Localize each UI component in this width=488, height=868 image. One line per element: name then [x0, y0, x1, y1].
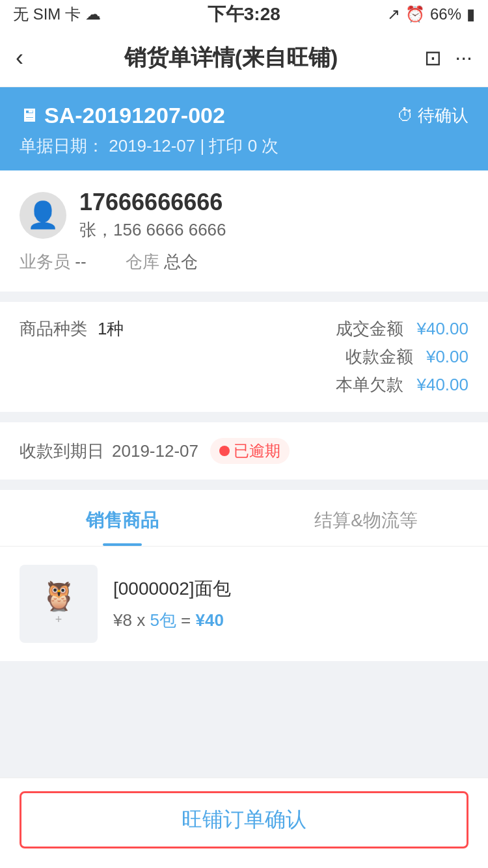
- received-amount-row: 收款金额 ¥0.00: [346, 346, 468, 368]
- due-date-label: 收款到期日: [20, 440, 104, 463]
- sim-wifi-label: 无 SIM 卡 ☁: [13, 4, 101, 25]
- sales-person: 业务员 --: [20, 251, 87, 273]
- product-info: [0000002]面包 ¥8 x 5包 = ¥40: [113, 576, 468, 632]
- avatar: 👤: [20, 192, 66, 239]
- order-date-row: 单据日期： 2019-12-07 | 打印 0 次: [20, 135, 468, 157]
- tab-settlement-logistics[interactable]: 结算&物流等: [244, 490, 488, 546]
- status-right: ↗ ⏰ 66% ▮: [387, 5, 475, 23]
- product-thumbnail: 🦉 +: [20, 565, 98, 643]
- product-type: 商品种类 1种: [20, 318, 124, 340]
- status-left: 无 SIM 卡 ☁: [13, 4, 101, 25]
- status-bar: 无 SIM 卡 ☁ 下午3:28 ↗ ⏰ 66% ▮: [0, 0, 488, 29]
- back-button[interactable]: ‹: [16, 44, 55, 72]
- tabs-row: 销售商品 结算&物流等: [0, 490, 488, 547]
- clock-icon: ⏱: [397, 105, 414, 126]
- amount-summary: 成交金额 ¥40.00 收款金额 ¥0.00 本单欠款 ¥40.00: [336, 318, 468, 396]
- product-item: 🦉 + [0000002]面包 ¥8 x 5包 = ¥40: [20, 565, 468, 643]
- customer-section: 👤 17666666666 张，156 6666 6666 业务员 -- 仓库 …: [0, 170, 488, 292]
- deal-amount: ¥40.00: [416, 319, 468, 339]
- product-qty: 5包: [150, 610, 176, 630]
- status-time: 下午3:28: [208, 2, 280, 27]
- location-icon: ↗: [387, 5, 400, 23]
- overdue-badge: 已逾期: [210, 438, 290, 464]
- multiply-sign: x: [137, 610, 150, 630]
- deal-amount-row: 成交金额 ¥40.00: [336, 318, 468, 340]
- avatar-icon: 👤: [27, 200, 59, 230]
- customer-name: 张，156 6666 6666: [79, 219, 226, 241]
- battery-icon: ▮: [467, 5, 475, 23]
- tab-sales-products[interactable]: 销售商品: [0, 490, 244, 546]
- more-button[interactable]: ···: [455, 46, 472, 70]
- confirm-order-button[interactable]: 旺铺订单确认: [20, 791, 468, 848]
- order-header: 🖥 SA-20191207-002 ⏱ 待确认 单据日期： 2019-12-07…: [0, 87, 488, 170]
- warehouse: 仓库 总仓: [126, 251, 198, 273]
- debt-amount: ¥40.00: [416, 375, 468, 395]
- tabs-section: 销售商品 结算&物流等 🦉 + [0000002]面包 ¥8 x 5包: [0, 490, 488, 661]
- nav-bar: ‹ 销货单详情(来自旺铺) ⊡ ···: [0, 29, 488, 87]
- due-date-value: 2019-12-07: [112, 441, 198, 461]
- page-title: 销货单详情(来自旺铺): [55, 43, 407, 73]
- summary-section: 商品种类 1种 成交金额 ¥40.00 收款金额 ¥0.00 本单欠款 ¥40.…: [0, 302, 488, 412]
- order-type-icon: 🖥: [20, 105, 38, 126]
- product-section: 🦉 + [0000002]面包 ¥8 x 5包 = ¥40: [0, 547, 488, 661]
- status-text: 待确认: [418, 104, 468, 127]
- equals-sign: =: [181, 610, 195, 630]
- alarm-icon: ⏰: [405, 5, 425, 23]
- battery-label: 66%: [430, 5, 461, 23]
- nav-right-actions: ⊡ ···: [407, 46, 472, 70]
- order-status: ⏱ 待确认: [397, 104, 468, 127]
- share-button[interactable]: ⊡: [424, 46, 442, 70]
- product-name: [0000002]面包: [113, 576, 468, 601]
- product-thumb-plus: +: [41, 613, 77, 627]
- order-number: 🖥 SA-20191207-002: [20, 103, 225, 128]
- product-price: ¥8 x 5包 = ¥40: [113, 609, 468, 632]
- overdue-text: 已逾期: [234, 441, 280, 461]
- price-unit: ¥8: [113, 610, 132, 630]
- customer-phone: 17666666666: [79, 189, 226, 216]
- bottom-bar: 旺铺订单确认: [0, 778, 488, 868]
- overdue-dot-icon: [219, 446, 230, 456]
- product-total: ¥40: [196, 610, 224, 630]
- received-amount: ¥0.00: [426, 347, 468, 367]
- debt-amount-row: 本单欠款 ¥40.00: [336, 373, 468, 396]
- due-date-section: 收款到期日 2019-12-07 已逾期: [0, 422, 488, 480]
